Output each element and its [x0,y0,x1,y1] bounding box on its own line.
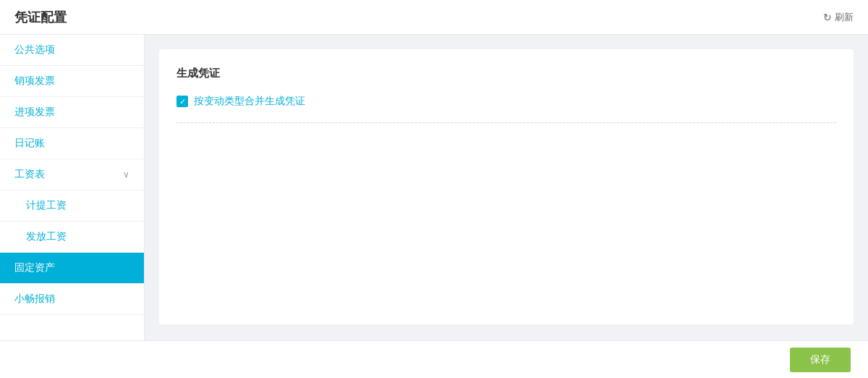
sidebar-item-pay-wages[interactable]: 发放工资 [0,222,144,253]
sidebar-item-label: 小畅报销 [14,293,55,306]
refresh-label: 刷新 [835,11,854,24]
sidebar-item-calc-wages[interactable]: 计提工资 [0,190,144,222]
page-title: 凭证配置 [14,9,67,26]
sidebar-item-fixed-assets[interactable]: 固定资产 [0,253,144,284]
sidebar-item-label: 固定资产 [14,261,55,274]
page-header: 凭证配置 ↻ 刷新 [0,0,868,35]
sidebar-item-label: 发放工资 [26,230,67,243]
checkbox-row: 按变动类型合并生成凭证 [176,95,836,108]
sidebar-item-journal[interactable]: 日记账 [0,128,144,159]
sidebar-item-expense-report[interactable]: 小畅报销 [0,284,144,315]
sidebar-item-label: 公共选项 [14,43,55,56]
sidebar: 公共选项销项发票进项发票日记账工资表∨计提工资发放工资固定资产小畅报销 [0,35,145,340]
content-card: 生成凭证 按变动类型合并生成凭证 [159,49,854,324]
sidebar-item-label: 销项发票 [14,75,55,88]
main-layout: 公共选项销项发票进项发票日记账工资表∨计提工资发放工资固定资产小畅报销 生成凭证… [0,35,868,340]
sidebar-item-label: 工资表 [14,168,45,181]
sidebar-item-payroll-table[interactable]: 工资表∨ [0,159,144,190]
sidebar-item-label: 日记账 [14,137,45,150]
sidebar-item-sales-invoice[interactable]: 销项发票 [0,66,144,97]
refresh-button[interactable]: ↻ 刷新 [823,11,854,24]
sidebar-item-public-options[interactable]: 公共选项 [0,35,144,66]
refresh-icon: ↻ [823,12,832,23]
chevron-down-icon: ∨ [123,169,129,180]
page-footer: 保存 [0,340,868,378]
sidebar-item-purchase-invoice[interactable]: 进项发票 [0,97,144,128]
section-title: 生成凭证 [176,67,836,80]
save-button[interactable]: 保存 [790,348,851,372]
sidebar-item-label: 计提工资 [26,199,67,212]
section-divider [176,122,836,123]
content-area: 生成凭证 按变动类型合并生成凭证 [145,35,868,340]
merge-checkbox-label: 按变动类型合并生成凭证 [194,95,305,108]
sidebar-item-label: 进项发票 [14,106,55,119]
merge-checkbox[interactable] [176,96,188,107]
